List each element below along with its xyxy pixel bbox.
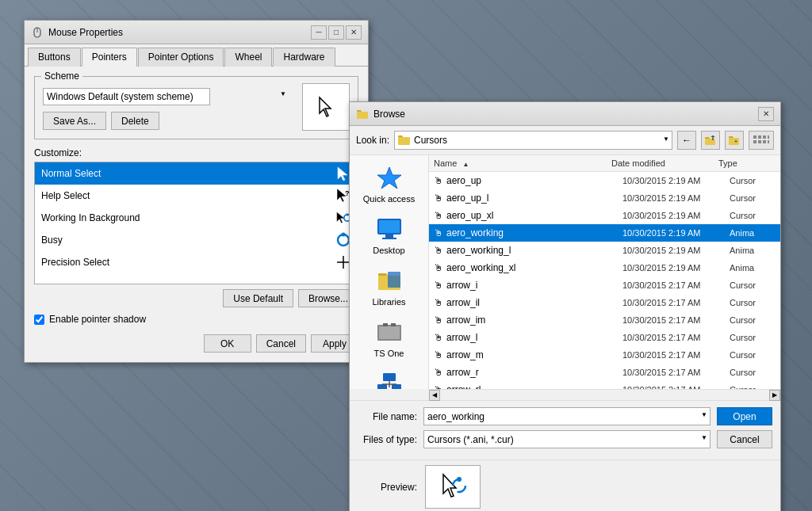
- tab-hardware[interactable]: Hardware: [273, 48, 335, 67]
- browse-titlebar-left: Browse: [356, 108, 405, 120]
- svg-rect-34: [388, 272, 400, 288]
- look-in-select[interactable]: Cursors: [394, 131, 672, 150]
- mouse-title-icon: [31, 26, 44, 39]
- file-type: Cursor: [725, 333, 780, 342]
- list-item-normal-select[interactable]: Normal Select: [35, 162, 358, 185]
- browse-cancel-button[interactable]: Cancel: [717, 430, 772, 448]
- ok-button[interactable]: OK: [204, 334, 251, 353]
- view-button[interactable]: [749, 131, 774, 150]
- file-name-input-wrapper: [423, 407, 710, 425]
- file-date: 10/30/2015 2:17 AM: [618, 280, 725, 290]
- scheme-select[interactable]: Windows Default (system scheme): [43, 88, 210, 105]
- file-type: Anima: [725, 228, 780, 238]
- file-icon: 🖱: [434, 262, 443, 273]
- nav-item-desktop[interactable]: Desktop: [358, 210, 421, 260]
- list-item-precision-select[interactable]: Precision Select: [35, 251, 358, 273]
- new-folder-button[interactable]: +: [725, 131, 744, 150]
- file-list-area[interactable]: Name ▲ Date modified Type 🖱 aero_up 10/3…: [429, 155, 780, 389]
- files-of-type-select[interactable]: Cursors (*.ani, *.cur): [423, 430, 710, 448]
- tab-wheel[interactable]: Wheel: [224, 48, 272, 67]
- file-date: 10/30/2015 2:19 AM: [618, 211, 725, 220]
- browse-close-button[interactable]: ✕: [758, 107, 774, 121]
- file-row[interactable]: 🖱 aero_up 10/30/2015 2:19 AM Cursor: [429, 172, 780, 189]
- scheme-preview: [302, 83, 350, 131]
- enable-shadow-checkbox[interactable]: [34, 315, 44, 325]
- tabs-bar: Buttons Pointers Pointer Options Wheel H…: [25, 44, 368, 67]
- mouse-properties-content: Scheme Windows Default (system scheme) S…: [25, 67, 368, 362]
- customize-listbox[interactable]: Normal Select Help Select ? Working In: [34, 162, 358, 284]
- mouse-properties-window: Mouse Properties ─ □ ✕ Buttons Pointers …: [24, 20, 369, 363]
- save-as-button[interactable]: Save As...: [43, 112, 106, 130]
- use-default-button[interactable]: Use Default: [223, 289, 293, 307]
- file-name: aero_up: [446, 175, 481, 186]
- svg-rect-20: [753, 135, 756, 139]
- file-row[interactable]: 🖱 arrow_il 10/30/2015 2:17 AM Cursor: [429, 294, 780, 311]
- svg-text:+: +: [734, 139, 737, 144]
- pointer-options-row: Use Default Browse...: [34, 289, 358, 307]
- file-row[interactable]: 🖱 arrow_m 10/30/2015 2:17 AM Cursor: [429, 346, 780, 364]
- file-list-header: Name ▲ Date modified Type: [429, 155, 780, 172]
- customize-label: Customize:: [34, 147, 358, 158]
- file-row[interactable]: 🖱 aero_working_l 10/30/2015 2:19 AM Anim…: [429, 242, 780, 259]
- back-button[interactable]: ←: [677, 131, 696, 150]
- scroll-right-btn[interactable]: ▶: [769, 390, 780, 401]
- file-row[interactable]: 🖱 arrow_rl 10/30/2015 2:17 AM Cursor: [429, 381, 780, 389]
- file-icon: 🖱: [434, 349, 443, 360]
- open-button[interactable]: Open: [717, 407, 772, 425]
- file-icon: 🖱: [434, 332, 443, 343]
- tab-pointer-options[interactable]: Pointer Options: [138, 48, 224, 67]
- cancel-button[interactable]: Cancel: [256, 334, 306, 353]
- file-row[interactable]: 🖱 arrow_l 10/30/2015 2:17 AM Cursor: [429, 329, 780, 346]
- files-of-type-label: Files of type:: [358, 434, 417, 445]
- file-row[interactable]: 🖱 arrow_r 10/30/2015 2:17 AM Cursor: [429, 364, 780, 381]
- file-date: 10/30/2015 2:19 AM: [618, 246, 725, 255]
- file-name: arrow_m: [446, 349, 484, 360]
- scheme-area: Windows Default (system scheme) Save As.…: [43, 83, 350, 131]
- horizontal-scrollbar[interactable]: ◀ ▶: [429, 389, 780, 400]
- column-type[interactable]: Type: [714, 157, 769, 170]
- file-row[interactable]: 🖱 arrow_i 10/30/2015 2:17 AM Cursor: [429, 276, 780, 294]
- titlebar-left: Mouse Properties: [31, 26, 123, 39]
- column-name[interactable]: Name ▲: [429, 157, 607, 170]
- column-date[interactable]: Date modified: [607, 157, 714, 170]
- file-name-input[interactable]: [423, 407, 710, 425]
- list-item-working[interactable]: Working In Background: [35, 207, 358, 229]
- help-select-label: Help Select: [41, 190, 90, 201]
- minimize-button[interactable]: ─: [311, 25, 327, 40]
- tab-buttons[interactable]: Buttons: [28, 48, 81, 67]
- bottom-buttons: OK Cancel Apply: [34, 334, 358, 353]
- file-type: Cursor: [725, 350, 780, 360]
- titlebar-buttons: ─ □ ✕: [311, 25, 362, 40]
- libraries-icon: [375, 266, 404, 295]
- file-name-label: File name:: [358, 411, 417, 422]
- maximize-button[interactable]: □: [328, 25, 344, 40]
- file-icon: 🖱: [434, 210, 443, 221]
- file-date: 10/30/2015 2:17 AM: [618, 350, 725, 360]
- ts-one-icon: [375, 318, 404, 346]
- list-item-help-select[interactable]: Help Select ?: [35, 185, 358, 207]
- svg-rect-24: [753, 140, 756, 143]
- nav-item-network[interactable]: Network: [358, 364, 421, 389]
- svg-point-46: [457, 477, 462, 482]
- file-icon: 🖱: [434, 280, 443, 291]
- up-folder-button[interactable]: [701, 131, 720, 150]
- close-button[interactable]: ✕: [346, 25, 362, 40]
- precision-select-label: Precision Select: [41, 257, 109, 268]
- browse-titlebar: Browse ✕: [350, 102, 780, 126]
- delete-button[interactable]: Delete: [111, 112, 159, 130]
- file-row[interactable]: 🖱 aero_working_xl 10/30/2015 2:19 AM Ani…: [429, 259, 780, 276]
- file-row[interactable]: 🖱 aero_up_l 10/30/2015 2:19 AM Cursor: [429, 189, 780, 207]
- tab-pointers[interactable]: Pointers: [82, 48, 137, 67]
- list-item-busy[interactable]: Busy: [35, 229, 358, 251]
- nav-item-quick-access[interactable]: Quick access: [358, 158, 421, 208]
- nav-item-libraries[interactable]: Libraries: [358, 261, 421, 311]
- file-row-selected[interactable]: 🖱 aero_working 10/30/2015 2:19 AM Anima: [429, 224, 780, 242]
- file-row[interactable]: 🖱 aero_up_xl 10/30/2015 2:19 AM Cursor: [429, 207, 780, 224]
- scroll-left-btn[interactable]: ◀: [429, 390, 440, 401]
- nav-item-ts-one[interactable]: TS One: [358, 313, 421, 363]
- file-date: 10/30/2015 2:17 AM: [618, 368, 725, 377]
- file-icon: 🖱: [434, 245, 443, 256]
- file-row[interactable]: 🖱 arrow_im 10/30/2015 2:17 AM Cursor: [429, 311, 780, 329]
- file-name-cell: 🖱 aero_working: [429, 227, 618, 238]
- browse-toolbar: Look in: Cursors ← +: [350, 126, 780, 155]
